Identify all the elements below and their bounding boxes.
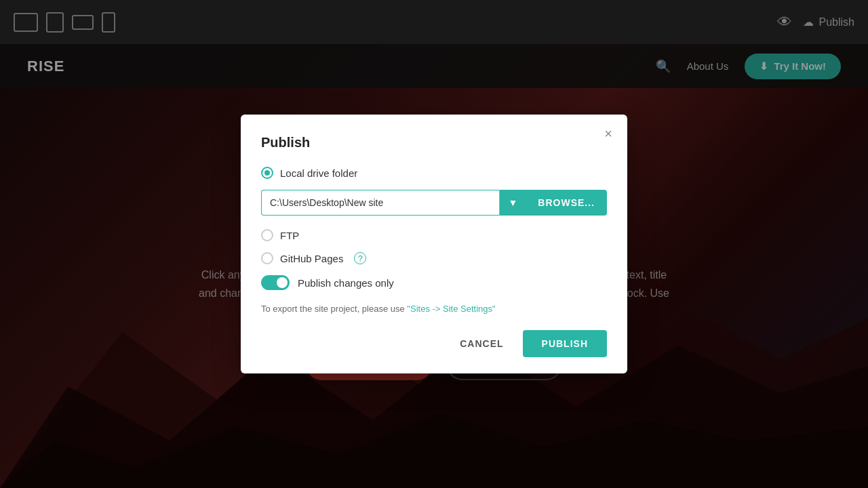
github-label: GitHub Pages [280, 253, 343, 264]
local-drive-radio[interactable] [261, 167, 273, 179]
publish-changes-toggle[interactable] [261, 275, 290, 290]
path-input[interactable] [261, 190, 499, 216]
publish-changes-label: Publish changes only [298, 277, 394, 289]
local-drive-label: Local drive folder [280, 167, 357, 179]
path-row: ▼ BROWSE... [261, 190, 607, 216]
modal-close-button[interactable]: × [604, 127, 612, 140]
export-link[interactable]: "Sites -> Site Settings" [407, 304, 495, 314]
modal-title: Publish [261, 135, 607, 150]
github-pages-option[interactable]: GitHub Pages ? [261, 252, 607, 264]
path-dropdown-button[interactable]: ▼ [499, 190, 526, 216]
export-note: To export the site project, please use "… [261, 304, 607, 314]
ftp-option[interactable]: FTP [261, 229, 607, 241]
local-drive-option[interactable]: Local drive folder [261, 167, 607, 179]
browse-button[interactable]: BROWSE... [526, 190, 607, 216]
publish-changes-toggle-row: Publish changes only [261, 275, 607, 290]
publish-modal: Publish × Local drive folder ▼ BROWSE...… [241, 115, 627, 373]
ftp-label: FTP [280, 230, 299, 241]
github-help-icon[interactable]: ? [354, 252, 366, 264]
modal-footer: CANCEL PUBLISH [261, 330, 607, 357]
ftp-radio[interactable] [261, 229, 273, 241]
modal-overlay: Publish × Local drive folder ▼ BROWSE...… [0, 0, 868, 488]
cancel-button[interactable]: CANCEL [449, 331, 514, 356]
publish-modal-button[interactable]: PUBLISH [523, 330, 607, 357]
github-radio[interactable] [261, 252, 273, 264]
